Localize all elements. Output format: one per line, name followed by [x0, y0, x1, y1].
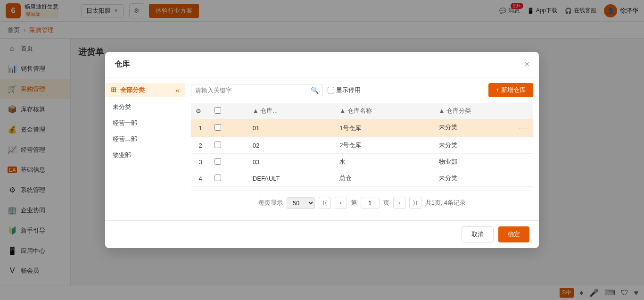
row-code: DEFAULT	[248, 170, 335, 187]
table-row[interactable]: 4 DEFAULT 总仓 未分类	[191, 170, 533, 187]
modal-close-button[interactable]: ×	[524, 59, 529, 69]
row-checkbox-cell	[210, 137, 248, 154]
per-page-select[interactable]: 50 10 20 100	[287, 197, 315, 209]
first-page-button[interactable]: ⟨⟨	[319, 197, 331, 209]
col-checkbox	[210, 103, 248, 119]
modal-body: ⊞ 全部分类 « 未分类 经营一部 经营二部 物业部 🔍	[105, 77, 539, 220]
table-row[interactable]: 1 01 1号仓库 未分类 ···	[191, 119, 533, 137]
total-info: 共1页, 4条记录	[425, 199, 466, 207]
grid-icon: ⊞	[111, 86, 116, 93]
modal-header: 仓库 ×	[105, 52, 539, 77]
category-panel: ⊞ 全部分类 « 未分类 经营一部 经营二部 物业部	[105, 77, 185, 220]
row-num: 4	[191, 170, 210, 187]
row-checkbox-cell	[210, 119, 248, 137]
cancel-button[interactable]: 取消	[462, 226, 494, 242]
col-settings: ⚙	[191, 103, 210, 119]
row-checkbox[interactable]	[215, 142, 221, 148]
table-panel: 🔍 显示停用 + 新增仓库 ⚙ ▲ 仓	[185, 77, 539, 220]
all-categories-label: 全部分类	[120, 86, 145, 93]
prev-page-button[interactable]: ‹	[335, 197, 347, 209]
col-code[interactable]: ▲ 仓库...	[248, 103, 335, 119]
row-code: 02	[248, 137, 335, 154]
row-category: 未分类	[434, 170, 533, 187]
show-disabled-label: 显示停用	[336, 86, 361, 94]
modal-title: 仓库	[115, 59, 130, 69]
search-box: 🔍	[191, 84, 323, 96]
search-input[interactable]	[195, 87, 311, 94]
table-row[interactable]: 2 02 2号仓库 未分类	[191, 137, 533, 154]
table-row[interactable]: 3 03 水 物业部	[191, 154, 533, 170]
col-name[interactable]: ▲ 仓库名称	[335, 103, 434, 119]
page-unit: 页	[383, 199, 389, 207]
row-code: 01	[248, 119, 335, 137]
row-num: 3	[191, 154, 210, 170]
all-categories-button[interactable]: ⊞ 全部分类 «	[105, 83, 185, 97]
show-disabled-checkbox-area[interactable]: 显示停用	[328, 86, 361, 94]
last-page-button[interactable]: ⟩⟩	[409, 197, 421, 209]
add-warehouse-button[interactable]: + 新增仓库	[488, 83, 533, 97]
warehouse-modal: 仓库 × ⊞ 全部分类 « 未分类 经营一部 经营二部 物业部	[105, 52, 539, 248]
row-num: 1	[191, 119, 210, 137]
row-category: 未分类	[434, 137, 533, 154]
row-name: 总仓	[335, 170, 434, 187]
row-checkbox[interactable]	[215, 158, 221, 165]
modal-overlay: 仓库 × ⊞ 全部分类 « 未分类 经营一部 经营二部 物业部	[0, 0, 644, 300]
row-category: 物业部	[434, 154, 533, 170]
row-code: 03	[248, 154, 335, 170]
warehouse-table: ⚙ ▲ 仓库... ▲ 仓库名称 ▲ 仓库分类	[191, 103, 533, 187]
select-all-checkbox[interactable]	[215, 107, 221, 114]
per-page-label: 每页显示	[258, 199, 283, 207]
row-checkbox-cell	[210, 154, 248, 170]
search-icon[interactable]: 🔍	[311, 86, 319, 94]
collapse-icon: «	[176, 87, 179, 94]
row-checkbox[interactable]	[215, 175, 221, 181]
row-checkbox[interactable]	[215, 124, 221, 131]
confirm-button[interactable]: 确定	[498, 226, 529, 242]
row-category: 未分类 ···	[434, 119, 533, 137]
page-word: 第	[351, 199, 357, 207]
row-name: 水	[335, 154, 434, 170]
row-name: 2号仓库	[335, 137, 434, 154]
next-page-button[interactable]: ›	[393, 197, 405, 209]
modal-footer: 取消 确定	[105, 220, 539, 248]
row-name: 1号仓库	[335, 119, 434, 137]
page-number-input[interactable]	[361, 198, 380, 208]
table-toolbar: 🔍 显示停用 + 新增仓库	[191, 83, 533, 97]
category-item-ops2[interactable]: 经营二部	[105, 131, 185, 147]
row-checkbox-cell	[210, 170, 248, 187]
category-item-unclassified[interactable]: 未分类	[105, 99, 185, 115]
show-disabled-checkbox[interactable]	[328, 87, 334, 93]
category-item-ops1[interactable]: 经营一部	[105, 115, 185, 131]
category-item-property[interactable]: 物业部	[105, 147, 185, 163]
pagination: 每页显示 50 10 20 100 ⟨⟨ ‹ 第 页 › ⟩⟩ 共1页, 4条记…	[191, 191, 533, 215]
row-num: 2	[191, 137, 210, 154]
col-category[interactable]: ▲ 仓库分类	[434, 103, 533, 119]
